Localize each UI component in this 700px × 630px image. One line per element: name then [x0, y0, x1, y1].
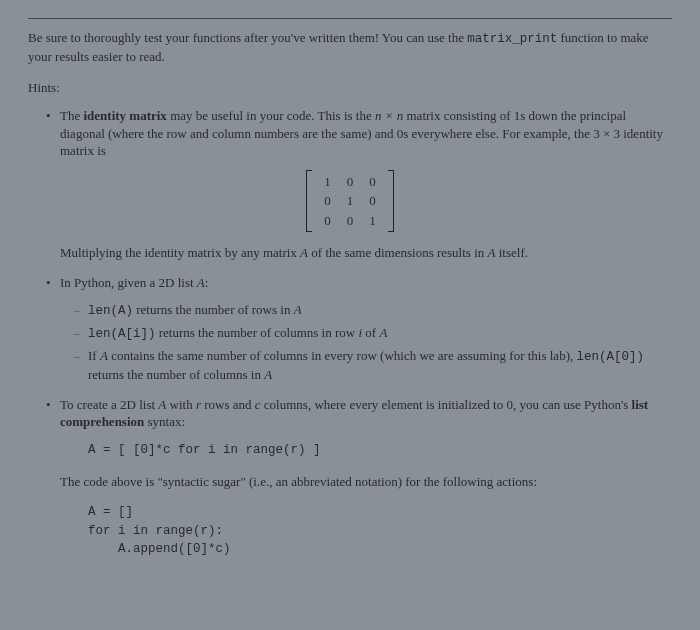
sub-c-content: If A contains the same number of columns…	[88, 347, 672, 383]
sa-txt: returns the number of rows in	[133, 302, 294, 317]
sb-of: of	[362, 325, 379, 340]
code-a: A = [ [0]*c for i in range(r) ]	[88, 441, 672, 460]
bullet-python-content: In Python, given a 2D list A:	[60, 274, 672, 292]
intro-pre: Be sure to thoroughly test your function…	[28, 30, 467, 45]
b2-A: A	[197, 275, 205, 290]
b1-pre: The	[60, 108, 83, 123]
b3-mid: with	[166, 397, 196, 412]
sc-A2: A	[264, 367, 272, 382]
m21: 0	[339, 211, 362, 231]
horizontal-rule	[28, 18, 672, 19]
m02: 0	[361, 172, 384, 192]
bullet-create-content: To create a 2D list A with r rows and c …	[60, 396, 672, 431]
dash-icon: –	[74, 324, 88, 343]
b3-mid2: rows and	[201, 397, 255, 412]
b3-post: syntax:	[144, 414, 185, 429]
bullet-python: • In Python, given a 2D list A:	[28, 274, 672, 292]
bullet-dot-icon: •	[46, 107, 60, 160]
sub-b: – len(A[i]) returns the number of column…	[74, 324, 672, 343]
am-mid: of the same dimensions results in	[308, 245, 487, 260]
code-b-l3: A.append([0]*c)	[88, 540, 672, 559]
matrix-brackets: 100 010 001	[306, 170, 394, 233]
bullet-dot-icon: •	[46, 274, 60, 292]
identity-matrix: 100 010 001	[28, 170, 672, 233]
sc-A1: A	[100, 348, 108, 363]
sub-a-content: len(A) returns the number of rows in A	[88, 301, 672, 320]
sb-txt: returns the number of columns in row	[156, 325, 359, 340]
sc-mid: contains the same number of columns in e…	[108, 348, 577, 363]
document-page: Be sure to thoroughly test your function…	[0, 0, 700, 591]
bullet-create: • To create a 2D list A with r rows and …	[28, 396, 672, 431]
code-comprehension: A = [ [0]*c for i in range(r) ]	[28, 441, 672, 460]
sublist: – len(A) returns the number of rows in A…	[28, 301, 672, 383]
sa-A: A	[294, 302, 302, 317]
bullet-identity-content: The identity matrix may be useful in you…	[60, 107, 672, 160]
b3-pre: To create a 2D list	[60, 397, 158, 412]
dash-icon: –	[74, 301, 88, 320]
sub-b-content: len(A[i]) returns the number of columns …	[88, 324, 672, 343]
b1-bold: identity matrix	[83, 108, 166, 123]
bullet-dot-icon: •	[46, 396, 60, 431]
after-matrix-text: Multiplying the identity matrix by any m…	[28, 244, 672, 262]
sugar-text: The code above is "syntactic sugar" (i.e…	[28, 473, 672, 491]
b3-mid3: columns, where every element is initiali…	[261, 397, 632, 412]
sub-c: – If A contains the same number of colum…	[74, 347, 672, 383]
b1-nxn: n × n	[375, 108, 403, 123]
hints-heading: Hints:	[28, 79, 672, 97]
am-pre: Multiplying the identity matrix by any m…	[60, 245, 300, 260]
sc-code: len(A[0])	[576, 350, 644, 364]
b2-post: :	[205, 275, 209, 290]
code-expanded: A = [] for i in range(r): A.append([0]*c…	[28, 503, 672, 559]
m10: 0	[316, 191, 339, 211]
matrix-table: 100 010 001	[316, 172, 384, 231]
sc-pre: If	[88, 348, 100, 363]
m01: 0	[339, 172, 362, 192]
m11: 1	[339, 191, 362, 211]
am-A1: A	[300, 245, 308, 260]
bullet-identity: • The identity matrix may be useful in y…	[28, 107, 672, 160]
m00: 1	[316, 172, 339, 192]
sb-code: len(A[i])	[88, 327, 156, 341]
intro-paragraph: Be sure to thoroughly test your function…	[28, 29, 672, 65]
sb-A: A	[379, 325, 387, 340]
m12: 0	[361, 191, 384, 211]
code-b-l2: for i in range(r):	[88, 522, 672, 541]
dash-icon: –	[74, 347, 88, 383]
am-post: itself.	[495, 245, 528, 260]
m20: 0	[316, 211, 339, 231]
sub-a: – len(A) returns the number of rows in A	[74, 301, 672, 320]
code-b-l1: A = []	[88, 503, 672, 522]
sa-code: len(A)	[88, 304, 133, 318]
b1-mid1: may be useful in your code. This is the	[167, 108, 375, 123]
intro-code: matrix_print	[467, 32, 557, 46]
m22: 1	[361, 211, 384, 231]
b2-pre: In Python, given a 2D list	[60, 275, 197, 290]
sc-post: returns the number of columns in	[88, 367, 264, 382]
